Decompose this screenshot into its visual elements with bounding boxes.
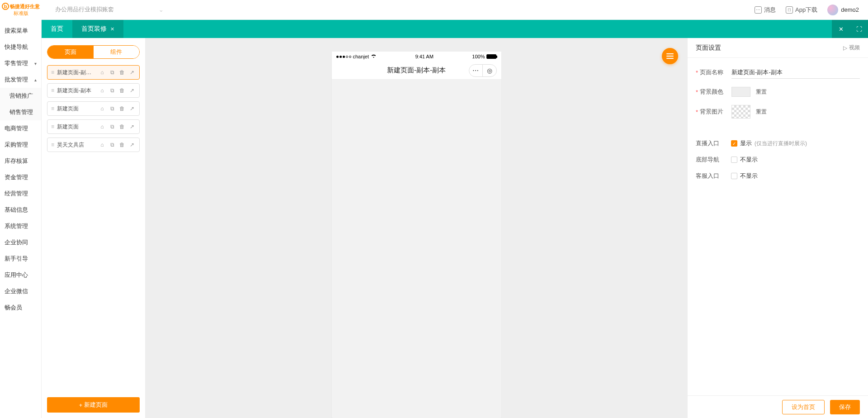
segment-component[interactable]: 组件: [94, 46, 140, 58]
external-icon[interactable]: ↗: [128, 124, 136, 130]
phone-title: 新建页面-副本-副本: [387, 66, 446, 75]
float-menu-button[interactable]: [662, 48, 678, 64]
drag-icon[interactable]: ≡: [51, 142, 54, 148]
field-page-name: * 页面名称: [696, 66, 860, 79]
messages-button[interactable]: ⋯ 消息: [755, 6, 776, 14]
page-name-label: 页面名称: [700, 68, 731, 76]
video-help-button[interactable]: ▷ 视频: [843, 44, 860, 52]
sidebar-item[interactable]: 电商管理: [0, 120, 41, 137]
logo[interactable]: b 畅捷通好生意 标准版: [0, 0, 42, 20]
signal-icon: [336, 56, 351, 58]
page-name-input[interactable]: [731, 66, 860, 79]
sidebar-item[interactable]: 畅会员: [0, 299, 41, 316]
sidebar-item[interactable]: 经营管理: [0, 185, 41, 202]
delete-icon[interactable]: 🗑: [118, 69, 126, 76]
target-icon[interactable]: ◎: [483, 65, 496, 76]
logo-edition: 标准版: [14, 10, 28, 17]
tab-page-decoration[interactable]: 首页装修 ✕: [72, 20, 123, 38]
bg-color-reset[interactable]: 重置: [756, 88, 767, 96]
copy-icon[interactable]: ⧉: [108, 124, 116, 130]
copy-icon[interactable]: ⧉: [108, 87, 116, 94]
delete-icon[interactable]: 🗑: [118, 105, 126, 112]
tab-home[interactable]: 首页: [42, 20, 72, 38]
copy-icon[interactable]: ⧉: [108, 69, 116, 76]
delete-icon[interactable]: 🗑: [118, 142, 126, 148]
bg-color-swatch[interactable]: [731, 87, 750, 97]
bg-image-picker[interactable]: [731, 105, 750, 119]
external-icon[interactable]: ↗: [128, 142, 136, 148]
set-home-button[interactable]: 设为首页: [782, 400, 825, 414]
tab-close-all-button[interactable]: ✕: [832, 20, 850, 38]
page-item-name: 新建页面-副本-...: [57, 69, 96, 76]
battery-label: 100%: [472, 54, 485, 59]
page-list-item[interactable]: ≡新建页面-副本-...⌂⧉🗑↗: [47, 65, 140, 80]
settings-panel: 页面设置 ▷ 视频 * 页面名称 *: [687, 38, 868, 418]
home-icon[interactable]: ⌂: [99, 142, 106, 148]
drag-icon[interactable]: ≡: [51, 87, 54, 94]
sidebar-subitem[interactable]: 销售管理: [0, 104, 41, 120]
sidebar-item[interactable]: 系统管理: [0, 218, 41, 234]
new-page-button[interactable]: + 新建页面: [47, 397, 140, 413]
sidebar-item[interactable]: 应用中心: [0, 267, 41, 283]
sidebar-item[interactable]: 企业协同: [0, 234, 41, 251]
user-name: demo2: [841, 6, 859, 13]
canvas[interactable]: chanjet 9:41 AM 100%: [146, 38, 687, 418]
home-icon[interactable]: ⌂: [99, 69, 106, 76]
caret-down-icon: ▾: [34, 61, 37, 66]
sidebar-item[interactable]: 搜索菜单: [0, 23, 41, 39]
page-list-item[interactable]: ≡昊天文具店⌂⧉🗑↗: [47, 138, 140, 152]
external-icon[interactable]: ↗: [128, 87, 136, 94]
sidebar-item[interactable]: 企业微信: [0, 283, 41, 299]
sidebar-item[interactable]: 库存核算: [0, 153, 41, 169]
save-button[interactable]: 保存: [830, 400, 860, 414]
service-entry-checkbox[interactable]: [731, 173, 737, 179]
drag-icon[interactable]: ≡: [51, 124, 54, 130]
required-icon: *: [696, 89, 698, 95]
home-icon[interactable]: ⌂: [99, 105, 106, 112]
account-select[interactable]: 办公用品行业模拟账套 ⌄: [51, 3, 168, 17]
field-service-entry: 客服入口 不显示: [696, 172, 860, 180]
tab-fullscreen-button[interactable]: ⛶: [850, 20, 868, 38]
user-menu[interactable]: demo2: [827, 5, 859, 15]
chevron-down-icon: ⌄: [159, 6, 164, 13]
copy-icon[interactable]: ⧉: [108, 105, 116, 112]
live-show-checkbox[interactable]: ✓: [731, 140, 737, 147]
more-icon[interactable]: ⋯: [469, 65, 483, 76]
delete-icon[interactable]: 🗑: [118, 124, 126, 130]
battery-icon: [486, 54, 496, 59]
bottom-nav-checkbox[interactable]: [731, 157, 737, 163]
sidebar-item[interactable]: 基础信息: [0, 202, 41, 218]
sidebar-subitem[interactable]: 营销推广: [0, 88, 41, 104]
field-bg-image: * 背景图片 重置: [696, 105, 860, 119]
sidebar-item[interactable]: 采购管理: [0, 137, 41, 153]
account-select-value: 办公用品行业模拟账套: [55, 5, 114, 14]
message-icon: ⋯: [755, 6, 762, 14]
page-list-item[interactable]: ≡新建页面⌂⧉🗑↗: [47, 101, 140, 116]
home-icon[interactable]: ⌂: [99, 124, 106, 130]
copy-icon[interactable]: ⧉: [108, 142, 116, 148]
bg-image-reset[interactable]: 重置: [756, 108, 767, 116]
phone-body[interactable]: [332, 80, 501, 360]
page-list-item[interactable]: ≡新建页面-副本⌂⧉🗑↗: [47, 83, 140, 98]
tab-bar: 首页 首页装修 ✕ ✕ ⛶: [42, 20, 868, 38]
home-icon[interactable]: ⌂: [99, 87, 106, 94]
delete-icon[interactable]: 🗑: [118, 87, 126, 94]
service-entry-noshow: 不显示: [740, 172, 758, 180]
sidebar-item[interactable]: 零售管理▾: [0, 55, 41, 71]
sidebar-item[interactable]: 快捷导航: [0, 39, 41, 55]
logo-brand: 畅捷通好生意: [10, 3, 40, 10]
segment-page[interactable]: 页面: [47, 46, 94, 58]
close-icon[interactable]: ✕: [110, 26, 114, 32]
sidebar[interactable]: 搜索菜单快捷导航零售管理▾批发管理▴营销推广销售管理电商管理采购管理库存核算资金…: [0, 20, 42, 418]
external-icon[interactable]: ↗: [128, 69, 136, 76]
drag-icon[interactable]: ≡: [51, 105, 54, 112]
messages-label: 消息: [764, 6, 776, 14]
app-download-button[interactable]: □ App下载: [786, 6, 817, 14]
bottom-nav-noshow: 不显示: [740, 156, 758, 164]
sidebar-item[interactable]: 资金管理: [0, 169, 41, 185]
drag-icon[interactable]: ≡: [51, 69, 54, 76]
page-list-item[interactable]: ≡新建页面⌂⧉🗑↗: [47, 119, 140, 134]
sidebar-item[interactable]: 批发管理▴: [0, 71, 41, 88]
sidebar-item[interactable]: 新手引导: [0, 251, 41, 267]
external-icon[interactable]: ↗: [128, 105, 136, 112]
